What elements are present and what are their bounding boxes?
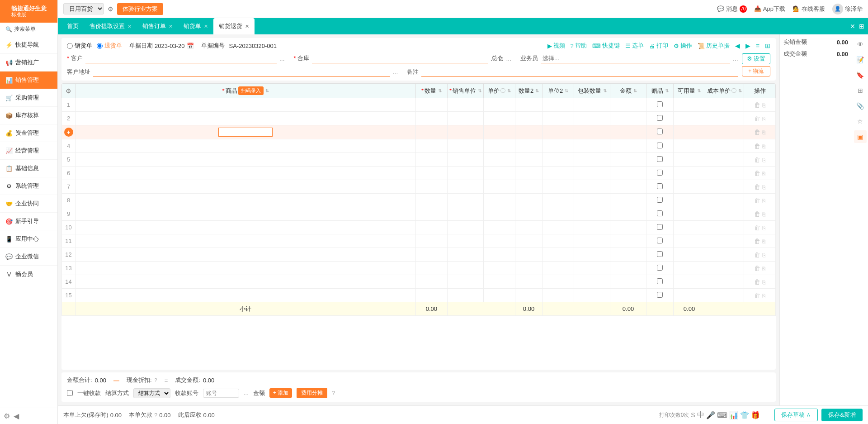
app-download-item[interactable]: 📥 App下载	[754, 5, 785, 13]
sidebar-item-enterprise[interactable]: 🤝 企业协同	[0, 195, 57, 213]
sort-icon[interactable]: ⇅	[565, 88, 568, 93]
sidebar-item-basic-info[interactable]: 📋 基础信息	[0, 160, 57, 177]
print-action[interactable]: 🖨 打印	[649, 42, 668, 50]
delete-row-icon[interactable]: 🗑	[754, 292, 760, 299]
next-record-icon[interactable]: ▶	[745, 42, 750, 49]
close-tab-icon[interactable]: ✕	[850, 23, 855, 30]
sort-icon[interactable]: ⇅	[697, 88, 701, 93]
delete-row-icon[interactable]: 🗑	[754, 265, 760, 272]
customer-input[interactable]	[85, 53, 277, 63]
price-info-icon[interactable]: ⓘ	[500, 87, 505, 94]
tab-sale-order[interactable]: 销售订单 ✕	[137, 18, 178, 34]
tool-icon-7[interactable]: 🎁	[751, 411, 760, 419]
right-panel-active-icon[interactable]: ▣	[854, 130, 867, 143]
col-header-gear[interactable]: ⚙	[62, 84, 75, 98]
gift-checkbox[interactable]	[657, 115, 663, 121]
delete-row-icon[interactable]: 🗑	[754, 224, 760, 231]
right-panel-attachment-icon[interactable]: 📎	[854, 100, 867, 112]
tool-icon-4[interactable]: ⌨	[717, 411, 727, 419]
tab-close-icon[interactable]: ✕	[169, 24, 173, 29]
gift-checkbox[interactable]	[657, 210, 663, 216]
delete-row-icon[interactable]: 🗑	[754, 115, 760, 122]
sort-icon[interactable]: ⇅	[507, 88, 511, 93]
right-panel-eye-icon[interactable]: 👁	[854, 38, 867, 51]
sale-radio-input[interactable]	[67, 43, 73, 49]
sidebar-item-enterprise-wechat[interactable]: 💬 企业微信	[0, 248, 57, 266]
logistics-button[interactable]: + 物流	[742, 66, 770, 76]
sort-icon[interactable]: ⇅	[438, 88, 442, 93]
sidebar-item-ops[interactable]: 📈 经营管理	[0, 142, 57, 160]
calendar-icon[interactable]: 📅	[187, 43, 194, 49]
delete-row-icon[interactable]: 🗑	[754, 278, 760, 286]
account-select-icon[interactable]: ...	[244, 390, 249, 396]
goods-input[interactable]	[218, 128, 273, 137]
gift-checkbox[interactable]	[657, 101, 663, 107]
right-panel-star-icon[interactable]: ☆	[854, 115, 867, 128]
gift-checkbox[interactable]	[657, 197, 663, 203]
account-input[interactable]	[203, 389, 239, 398]
online-service-item[interactable]: 💁 在线客服	[793, 5, 825, 13]
return-radio-input[interactable]	[97, 43, 103, 49]
copy-row-icon[interactable]: ⎘	[762, 293, 765, 299]
discount-info-icon[interactable]: ?	[155, 377, 157, 383]
history-action[interactable]: 📜 历史单据	[698, 42, 730, 50]
salesperson-input[interactable]	[541, 53, 730, 63]
sidebar-item-quick-nav[interactable]: ⚡ 快捷导航	[0, 36, 57, 54]
add-payment-button[interactable]: + 添加	[269, 388, 292, 398]
message-item[interactable]: 💬 消息 70	[717, 5, 747, 13]
copy-row-icon[interactable]: ⎘	[762, 116, 765, 122]
sidebar-item-finance[interactable]: 💰 资金管理	[0, 124, 57, 142]
user-avatar-item[interactable]: 👤 徐泽华	[832, 4, 863, 14]
gift-checkbox[interactable]	[657, 278, 663, 284]
copy-row-icon[interactable]: ⎘	[762, 143, 765, 150]
gift-checkbox[interactable]	[657, 156, 663, 162]
gift-checkbox[interactable]	[657, 170, 663, 176]
address-input[interactable]	[93, 67, 390, 77]
copy-row-icon[interactable]: ⎘	[762, 252, 765, 258]
tool-icon-2[interactable]: 中	[697, 410, 704, 420]
sort-icon[interactable]: ⇅	[535, 88, 539, 93]
scan-input-button[interactable]: 扫码录入	[238, 86, 264, 95]
delete-row-icon[interactable]: 🗑	[754, 210, 760, 218]
settings-bottom-icon[interactable]: ⚙	[4, 412, 10, 420]
copy-row-icon[interactable]: ⎘	[762, 184, 765, 191]
copy-row-icon[interactable]: ⎘	[762, 102, 765, 109]
gift-checkbox[interactable]	[657, 265, 663, 271]
shortcut-action[interactable]: ⌨ 快捷键	[592, 42, 620, 50]
sidebar-item-inventory[interactable]: 📦 库存核算	[0, 107, 57, 124]
delete-row-icon[interactable]: 🗑	[754, 129, 760, 136]
grid-view-icon[interactable]: ⊞	[765, 42, 770, 49]
delete-row-icon[interactable]: 🗑	[754, 251, 760, 258]
sidebar-item-marketing[interactable]: 📢 营销推广	[0, 54, 57, 71]
gift-checkbox[interactable]	[657, 238, 663, 243]
doc-type-sale-radio[interactable]: 销货单	[67, 42, 92, 50]
copy-row-icon[interactable]: ⎘	[762, 238, 765, 245]
fee-split-button[interactable]: 费用分摊	[297, 388, 327, 398]
sidebar-item-app-center[interactable]: 📱 应用中心	[0, 230, 57, 248]
delete-row-icon[interactable]: 🗑	[754, 156, 760, 163]
salesperson-select-icon[interactable]: ...	[733, 55, 738, 62]
sort-icon[interactable]: ⇅	[603, 88, 607, 93]
customer-select-icon[interactable]: ...	[279, 55, 285, 62]
video-action[interactable]: ▶ 视频	[547, 42, 565, 50]
right-panel-bookmark-icon[interactable]: 🔖	[854, 69, 867, 81]
gear-icon[interactable]: ⚙	[66, 87, 71, 95]
delete-row-icon[interactable]: 🗑	[754, 183, 760, 191]
sidebar-item-purchase-mgmt[interactable]: 🛒 采购管理	[0, 89, 57, 107]
warehouse-select-icon[interactable]: ...	[506, 55, 511, 62]
tab-sale-delivery[interactable]: 销货单 ✕	[178, 18, 213, 34]
tool-icon-1[interactable]: S	[691, 411, 695, 419]
copy-row-icon[interactable]: ⎘	[762, 266, 765, 272]
sidebar-item-sys-mgmt[interactable]: ⚙ 系统管理	[0, 177, 57, 195]
copy-row-icon[interactable]: ⎘	[762, 225, 765, 231]
setting-button[interactable]: ⚙ 设置	[742, 53, 770, 64]
tool-icon-5[interactable]: 📊	[729, 411, 738, 419]
select-action[interactable]: ☰ 选单	[625, 42, 644, 50]
maximize-icon[interactable]: ⊞	[859, 23, 864, 30]
category-dropdown[interactable]: 日用百货	[63, 3, 104, 14]
search-menu[interactable]: 🔍 搜索菜单	[0, 23, 57, 36]
tool-icon-3[interactable]: 🎤	[706, 411, 715, 419]
copy-row-icon[interactable]: ⎘	[762, 129, 765, 136]
copy-row-icon[interactable]: ⎘	[762, 211, 765, 218]
cost-info-icon[interactable]: ⓘ	[731, 87, 736, 94]
